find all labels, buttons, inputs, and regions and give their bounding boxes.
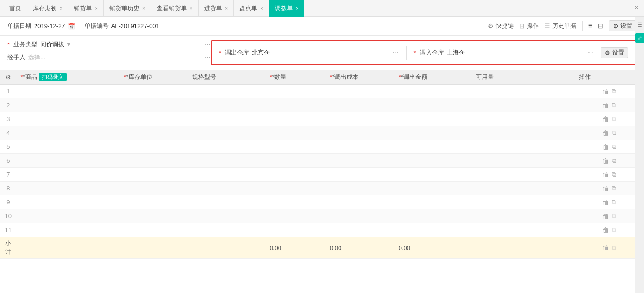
spec-cell[interactable] [188, 98, 266, 112]
delete-row-icon[interactable]: 🗑 [602, 102, 609, 109]
settings-button[interactable]: ⚙ 设置 [609, 20, 637, 31]
avail-cell[interactable] [472, 154, 575, 168]
calendar-icon[interactable]: 📅 [68, 23, 75, 30]
delete-row-icon[interactable]: 🗑 [602, 157, 609, 165]
product-cell[interactable] [17, 168, 120, 182]
spec-cell[interactable] [188, 126, 266, 140]
spec-cell[interactable] [188, 154, 266, 168]
unit-cell[interactable] [120, 154, 188, 168]
copy-row-icon[interactable]: ⧉ [612, 157, 616, 165]
unit-cell[interactable] [120, 140, 188, 154]
delete-row-icon[interactable]: 🗑 [602, 226, 609, 234]
spec-cell[interactable] [188, 85, 266, 98]
avail-cell[interactable] [472, 112, 575, 126]
product-cell[interactable] [17, 182, 120, 195]
unit-cell[interactable] [120, 126, 188, 140]
product-cell[interactable] [17, 223, 120, 237]
avail-cell[interactable] [472, 140, 575, 154]
tab-inventory-init[interactable]: 库存期初 × [27, 0, 68, 17]
amount-cell[interactable] [395, 112, 472, 126]
unit-cell[interactable] [120, 98, 188, 112]
amount-cell[interactable] [395, 126, 472, 140]
copy-row-icon[interactable]: ⧉ [612, 101, 616, 109]
shortcut-button[interactable]: ⚙ 快捷键 [488, 22, 514, 30]
cost-cell[interactable] [326, 126, 395, 140]
close-tab-transfer[interactable]: × [296, 6, 298, 11]
cost-cell[interactable] [326, 209, 395, 223]
cost-cell[interactable] [326, 182, 395, 195]
avail-cell[interactable] [472, 168, 575, 182]
amount-cell[interactable] [395, 98, 472, 112]
copy-row-icon[interactable]: ⧉ [612, 143, 616, 151]
product-cell[interactable] [17, 195, 120, 209]
copy-row-icon[interactable]: ⧉ [612, 198, 616, 206]
spec-cell[interactable] [188, 195, 266, 209]
qty-cell[interactable] [266, 195, 326, 209]
close-tab-sales-order[interactable]: × [95, 6, 97, 11]
spec-cell[interactable] [188, 168, 266, 182]
out-warehouse-more[interactable]: ··· [392, 49, 398, 57]
spec-cell[interactable] [188, 112, 266, 126]
cost-cell[interactable] [326, 85, 395, 98]
tab-purchase[interactable]: 进货单 × [199, 0, 234, 17]
qty-cell[interactable] [266, 98, 326, 112]
amount-cell[interactable] [395, 182, 472, 195]
history-button[interactable]: ☰ 历史单据 [544, 22, 576, 30]
close-tab-stocktake[interactable]: × [260, 6, 263, 11]
in-warehouse-more[interactable]: ··· [587, 49, 593, 57]
sidebar-list-icon[interactable]: ☰ [635, 20, 644, 30]
qty-cell[interactable] [266, 126, 326, 140]
amount-cell[interactable] [395, 195, 472, 209]
copy-row-icon[interactable]: ⧉ [612, 171, 616, 178]
qty-cell[interactable] [266, 154, 326, 168]
unit-cell[interactable] [120, 195, 188, 209]
unit-cell[interactable] [120, 85, 188, 98]
unit-cell[interactable] [120, 168, 188, 182]
qty-cell[interactable] [266, 85, 326, 98]
product-cell[interactable] [17, 140, 120, 154]
biz-type-select[interactable]: 同价调拨 ▼ [40, 40, 72, 49]
avail-cell[interactable] [472, 182, 575, 195]
cost-cell[interactable] [326, 112, 395, 126]
copy-row-icon[interactable]: ⧉ [612, 129, 616, 137]
cost-cell[interactable] [326, 140, 395, 154]
close-tab-inventory-init[interactable]: × [60, 6, 62, 11]
delete-row-icon[interactable]: 🗑 [602, 171, 609, 178]
qty-cell[interactable] [266, 140, 326, 154]
close-tab-sales-history[interactable]: × [142, 6, 145, 11]
spec-cell[interactable] [188, 209, 266, 223]
tab-view-sales[interactable]: 查看销货单 × [151, 0, 198, 17]
product-cell[interactable] [17, 209, 120, 223]
product-cell[interactable] [17, 85, 120, 98]
layout-icon1[interactable]: ≡ [588, 22, 592, 30]
amount-cell[interactable] [395, 85, 472, 98]
product-cell[interactable] [17, 126, 120, 140]
delete-row-icon[interactable]: 🗑 [602, 213, 609, 220]
qty-cell[interactable] [266, 223, 326, 237]
unit-cell[interactable] [120, 223, 188, 237]
avail-cell[interactable] [472, 85, 575, 98]
sidebar-expand-icon[interactable]: ⤢ [635, 33, 644, 43]
avail-cell[interactable] [472, 195, 575, 209]
amount-cell[interactable] [395, 223, 472, 237]
delete-subtotal-icon[interactable]: 🗑 [602, 244, 609, 251]
spec-cell[interactable] [188, 182, 266, 195]
delete-row-icon[interactable]: 🗑 [602, 88, 609, 95]
qty-cell[interactable] [266, 209, 326, 223]
delete-row-icon[interactable]: 🗑 [602, 143, 609, 151]
unit-cell[interactable] [120, 209, 188, 223]
delete-row-icon[interactable]: 🗑 [602, 199, 609, 206]
layout-icon2[interactable]: ⊟ [598, 22, 603, 30]
unit-cell[interactable] [120, 112, 188, 126]
spec-cell[interactable] [188, 140, 266, 154]
spec-cell[interactable] [188, 223, 266, 237]
cost-cell[interactable] [326, 223, 395, 237]
close-tab-view-sales[interactable]: × [189, 6, 192, 11]
product-cell[interactable] [17, 98, 120, 112]
cost-cell[interactable] [326, 195, 395, 209]
product-cell[interactable] [17, 154, 120, 168]
copy-row-icon[interactable]: ⧉ [612, 184, 616, 192]
avail-cell[interactable] [472, 209, 575, 223]
tab-transfer[interactable]: 调拨单 × [269, 0, 304, 17]
unit-cell[interactable] [120, 182, 188, 195]
